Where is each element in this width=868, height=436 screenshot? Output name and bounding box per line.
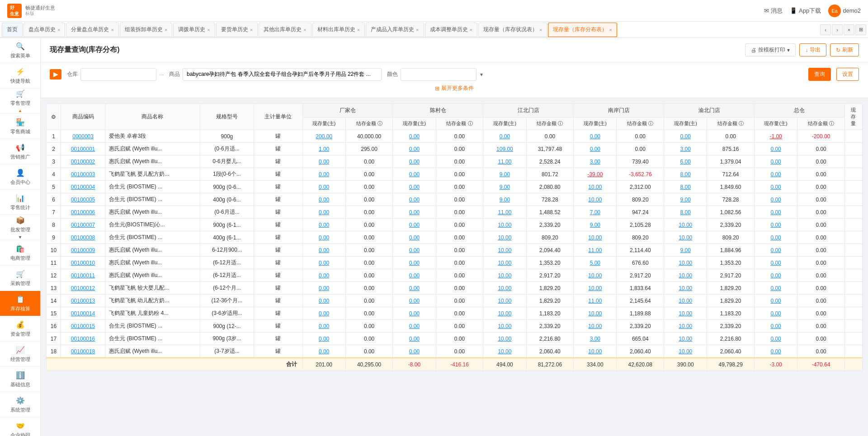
row-yb-stock[interactable]: 8.00	[664, 168, 707, 181]
row-na-stock[interactable]: 10.00	[574, 193, 617, 206]
close-icon[interactable]: ×	[539, 27, 542, 33]
close-icon[interactable]: ×	[416, 27, 419, 33]
row-yb-stock[interactable]: 9.00	[664, 244, 707, 257]
sidebar-item-quicknav[interactable]: ⚡ 快捷导航	[0, 63, 40, 89]
warehouse-more-icon[interactable]: ···	[159, 71, 164, 78]
row-jb-stock[interactable]: 10.00	[483, 307, 526, 320]
product-input[interactable]	[183, 68, 382, 81]
tab-cailiaochu[interactable]: 材料出库单历史 ×	[312, 23, 365, 37]
row-yb-stock[interactable]: 6.00	[664, 155, 707, 168]
tab-home[interactable]: 首页	[2, 23, 23, 37]
row-yb-stock[interactable]: 9.00	[664, 193, 707, 206]
sidebar-item-purchase[interactable]: 🛒 采购管理	[0, 266, 40, 291]
warehouse-input[interactable]	[80, 68, 156, 81]
user-info[interactable]: Ea demo2	[828, 5, 861, 17]
row-jb-stock[interactable]: 9.00	[483, 193, 526, 206]
row-jb-stock[interactable]: 11.00	[483, 206, 526, 219]
row-t-stock[interactable]: 0.00	[754, 282, 797, 295]
row-f-stock[interactable]: 0.00	[302, 206, 345, 219]
close-icon[interactable]: ×	[250, 27, 253, 33]
tab-diaob[interactable]: 调拨单历史 ×	[173, 23, 215, 37]
sidebar-item-enterprise[interactable]: 🤝 企业协同	[0, 417, 40, 436]
row-jb-stock[interactable]: 109.00	[483, 143, 526, 155]
row-c-stock[interactable]: 0.00	[393, 231, 436, 244]
row-c-stock[interactable]: 0.00	[393, 345, 436, 358]
close-icon[interactable]: ×	[357, 27, 360, 33]
close-icon[interactable]: ×	[111, 27, 113, 33]
row-c-stock[interactable]: 0.00	[393, 206, 436, 219]
row-f-stock[interactable]: 0.00	[302, 244, 345, 257]
close-icon[interactable]: ×	[470, 27, 472, 33]
row-jb-stock[interactable]: 10.00	[483, 320, 526, 333]
sidebar-item-inventory[interactable]: 📋 库存核算	[0, 291, 40, 316]
th-settings[interactable]: ⚙	[47, 104, 61, 130]
row-f-stock[interactable]: 0.00	[302, 345, 345, 358]
row-yb-stock[interactable]: 10.00	[664, 333, 707, 345]
row-t-stock[interactable]: -1.00	[754, 130, 797, 143]
row-t-stock[interactable]: 0.00	[754, 219, 797, 231]
row-na-stock[interactable]: 11.00	[574, 244, 617, 257]
row-c-stock[interactable]: 0.00	[393, 244, 436, 257]
row-yb-stock[interactable]: 3.00	[664, 143, 707, 155]
row-yb-stock[interactable]: 10.00	[664, 269, 707, 282]
row-f-stock[interactable]: 0.00	[302, 320, 345, 333]
sidebar-item-search[interactable]: 🔍 搜索英单	[0, 38, 40, 63]
row-c-stock[interactable]: 0.00	[393, 143, 436, 155]
row-t-stock[interactable]: 0.00	[754, 206, 797, 219]
row-jb-stock[interactable]: 11.00	[483, 155, 526, 168]
row-c-stock[interactable]: 0.00	[393, 282, 436, 295]
export-btn[interactable]: ↓ 导出	[799, 43, 826, 56]
row-code[interactable]: 00100015	[61, 320, 105, 333]
row-na-stock[interactable]: 7.00	[574, 206, 617, 219]
row-c-stock[interactable]: 0.00	[393, 295, 436, 307]
row-code[interactable]: 00100002	[61, 155, 105, 168]
row-na-stock[interactable]: -39.00	[574, 168, 617, 181]
row-code[interactable]: 0000003	[61, 130, 105, 143]
row-f-stock[interactable]: 0.00	[302, 307, 345, 320]
row-yb-stock[interactable]: 10.00	[664, 282, 707, 295]
row-yb-stock[interactable]: 8.00	[664, 206, 707, 219]
message-btn[interactable]: ✉ 消息	[764, 7, 783, 15]
row-jb-stock[interactable]: 9.00	[483, 168, 526, 181]
settings-btn[interactable]: 设置	[836, 68, 859, 81]
tab-kuangkuang[interactable]: 现存量（库存状况表） ×	[478, 23, 547, 37]
row-yb-stock[interactable]: 8.00	[664, 181, 707, 193]
row-na-stock[interactable]: 3.00	[574, 155, 617, 168]
row-jb-stock[interactable]: 10.00	[483, 231, 526, 244]
sidebar-item-marketing[interactable]: 📢 营销推广	[0, 139, 40, 164]
row-t-stock[interactable]: 0.00	[754, 333, 797, 345]
sidebar-item-retail-mgmt[interactable]: 🛒 零售管理 ▲	[0, 89, 40, 114]
tab-chenben[interactable]: 成本调整单历史 ×	[425, 23, 477, 37]
sidebar-item-wholesale[interactable]: 📦 批发管理 ▼	[0, 215, 40, 240]
row-c-stock[interactable]: 0.00	[393, 269, 436, 282]
row-code[interactable]: 00100005	[61, 193, 105, 206]
row-yb-stock[interactable]: 10.00	[664, 219, 707, 231]
row-t-stock[interactable]: 0.00	[754, 244, 797, 257]
row-na-stock[interactable]: 10.00	[574, 231, 617, 244]
row-yb-stock[interactable]: 10.00	[664, 295, 707, 307]
row-code[interactable]: 00100006	[61, 206, 105, 219]
tab-prev-btn[interactable]: ‹	[820, 24, 831, 35]
tab-fenpan[interactable]: 分量盘点单历史 ×	[66, 23, 118, 37]
row-code[interactable]: 00100011	[61, 269, 105, 282]
row-jb-stock[interactable]: 10.00	[483, 282, 526, 295]
row-jb-stock[interactable]: 9.00	[483, 181, 526, 193]
tab-expand-btn[interactable]: ⊞	[855, 24, 866, 35]
row-na-stock[interactable]: 9.00	[574, 219, 617, 231]
tab-qitachu[interactable]: 其他出库单历史 ×	[259, 23, 311, 37]
row-f-stock[interactable]: 0.00	[302, 181, 345, 193]
sidebar-item-member[interactable]: 👤 会员中心	[0, 164, 40, 190]
row-code[interactable]: 00100014	[61, 307, 105, 320]
row-t-stock[interactable]: 0.00	[754, 295, 797, 307]
row-c-stock[interactable]: 0.00	[393, 155, 436, 168]
close-icon[interactable]: ×	[303, 27, 306, 33]
row-f-stock[interactable]: 0.00	[302, 193, 345, 206]
row-f-stock[interactable]: 200.00	[302, 130, 345, 143]
row-na-stock[interactable]: 10.00	[574, 282, 617, 295]
row-code[interactable]: 00100016	[61, 333, 105, 345]
row-code[interactable]: 00100013	[61, 295, 105, 307]
row-c-stock[interactable]: 0.00	[393, 130, 436, 143]
row-na-stock[interactable]: 10.00	[574, 345, 617, 358]
row-yb-stock[interactable]: 10.00	[664, 231, 707, 244]
sidebar-item-system[interactable]: ⚙️ 系统管理	[0, 392, 40, 417]
